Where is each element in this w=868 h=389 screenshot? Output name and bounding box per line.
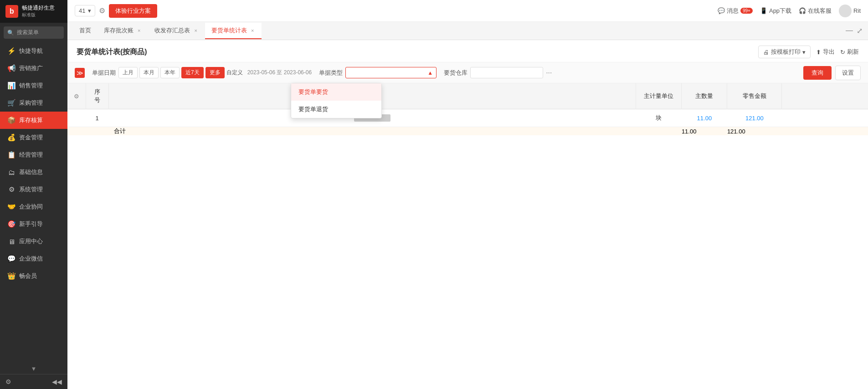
sidebar-item-quick-nav[interactable]: ⚡ 快捷导航 <box>0 42 67 60</box>
user-profile[interactable]: Rit <box>839 5 861 17</box>
export-label: 导出 <box>823 48 835 56</box>
sidebar-item-label: 企业微信 <box>19 255 43 263</box>
sidebar-bottom: ⚙ ◀◀ <box>0 374 67 389</box>
sidebar-item-app-center[interactable]: 🖥 应用中心 <box>0 233 67 250</box>
filter-bar: ≫ 单据日期 上月 本月 本年 近7天 更多 自定义 2023-05-06 至 … <box>67 62 868 83</box>
dropdown-item-order-goods[interactable]: 要货单要货 <box>291 83 381 101</box>
type-chevron-up-icon[interactable]: ▲ <box>427 70 433 76</box>
tab-close-inventory-batch[interactable]: × <box>136 27 142 34</box>
sidebar-item-finance[interactable]: 💰 资金管理 <box>0 129 67 146</box>
sidebar-item-label: 采购管理 <box>19 99 43 107</box>
total-extra <box>782 127 868 136</box>
total-label: 合计 <box>108 127 636 136</box>
warehouse-filter-label: 要货仓库 <box>444 69 467 77</box>
user-avatar <box>839 5 852 17</box>
total-qty: 11.00 <box>682 127 727 136</box>
date-opt-this-year[interactable]: 本年 <box>160 67 180 78</box>
app-logo-icon: b <box>5 5 18 18</box>
sidebar-search[interactable]: 🔍 搜索菜单 <box>4 26 64 39</box>
date-opt-7days[interactable]: 近7天 <box>181 67 204 78</box>
date-custom-option[interactable]: 自定义 <box>226 69 243 77</box>
printer-icon: 🖨 <box>763 49 769 56</box>
topbar-settings-icon[interactable]: ⚙ <box>99 6 105 15</box>
trial-button[interactable]: 体验行业方案 <box>109 4 157 18</box>
sidebar-item-system[interactable]: ⚙ 系统管理 <box>0 181 67 198</box>
sidebar-item-inventory[interactable]: 📦 库存核算 <box>0 112 67 129</box>
dropdown-item-order-return[interactable]: 要货单退货 <box>291 101 381 118</box>
print-button[interactable]: 🖨 按模板打印 ▾ <box>758 46 811 58</box>
sidebar-item-purchase[interactable]: 🛒 采购管理 <box>0 94 67 112</box>
col-header-extra <box>782 83 868 109</box>
qty-link[interactable]: 11.00 <box>697 115 712 122</box>
sidebar-item-label: 系统管理 <box>19 185 43 194</box>
sidebar-item-basic[interactable]: 🗂 基础信息 <box>0 164 67 181</box>
member-icon: 👑 <box>7 272 15 280</box>
guide-icon: 🎯 <box>7 220 15 228</box>
tab-minimize-icon[interactable]: — <box>846 26 853 35</box>
date-range-display: 2023-05-06 至 2023-06-06 <box>247 69 312 77</box>
app-download-action[interactable]: 📱 App下载 <box>760 7 791 15</box>
message-action[interactable]: 💬 消息 99+ <box>718 7 753 15</box>
type-filter-input[interactable] <box>345 67 437 78</box>
chevron-down-icon: ▾ <box>802 49 806 56</box>
settings-button[interactable]: ⚙ <box>5 378 11 385</box>
message-label: 消息 <box>727 7 739 15</box>
sidebar-item-enterprise[interactable]: 🤝 企业协同 <box>0 198 67 215</box>
collapse-button[interactable]: ◀◀ <box>52 378 62 385</box>
company-selector[interactable]: 41 ▾ <box>75 5 95 16</box>
marketing-icon: 📢 <box>7 64 15 72</box>
finance-icon: 💰 <box>7 133 15 142</box>
system-icon: ⚙ <box>7 185 15 194</box>
tab-close-receive-summary[interactable]: × <box>193 27 198 34</box>
sidebar-item-operation[interactable]: 📋 经营管理 <box>0 146 67 164</box>
query-button[interactable]: 查询 <box>803 66 832 80</box>
company-name: 41 <box>79 7 85 14</box>
tab-receive-summary[interactable]: 收发存汇总表 × <box>148 23 205 39</box>
sidebar-item-member[interactable]: 👑 畅会员 <box>0 267 67 285</box>
amount-link[interactable]: 121.00 <box>745 115 764 122</box>
sidebar-item-sales[interactable]: 📊 销售管理 <box>0 77 67 94</box>
date-filter-group: 单据日期 上月 本月 本年 近7天 更多 自定义 2023-05-06 至 20… <box>92 67 312 78</box>
app-download-label: App下载 <box>769 7 791 15</box>
tab-inventory-batch[interactable]: 库存批次账 × <box>98 23 148 39</box>
topbar: 41 ▾ ⚙ 体验行业方案 💬 消息 99+ 📱 App下载 🎧 在线客服 <box>67 0 868 22</box>
tab-home[interactable]: 首页 <box>73 23 98 39</box>
online-service-action[interactable]: 🎧 在线客服 <box>799 7 832 15</box>
export-button[interactable]: ⬆ 导出 <box>816 48 835 56</box>
date-opt-this-month[interactable]: 本月 <box>139 67 159 78</box>
col-header-settings[interactable]: ⚙ <box>67 83 86 109</box>
sidebar-item-marketing[interactable]: 📢 营销推广 <box>0 60 67 77</box>
chevron-down-icon: ▾ <box>88 7 91 14</box>
tab-label: 收发存汇总表 <box>154 26 190 35</box>
tab-expand-icon[interactable]: ⤢ <box>857 26 863 35</box>
refresh-button[interactable]: ↻ 刷新 <box>840 48 859 56</box>
logo-text-group: 畅捷通好生意 标准版 <box>22 5 55 18</box>
tab-close-order-stat[interactable]: × <box>250 27 255 34</box>
data-table-wrap: ⚙ 序号 商品 主计量单位 主数量 零售金额 1 <box>67 83 868 389</box>
tab-order-stat[interactable]: 要货单统计表 × <box>205 23 262 39</box>
col-header-amount: 零售金额 <box>727 83 782 109</box>
sidebar-item-wechat[interactable]: 💬 企业微信 <box>0 250 67 267</box>
sidebar-item-label: 新手引导 <box>19 220 43 228</box>
cell-qty: 11.00 <box>682 109 727 127</box>
filter-expand-button[interactable]: ≫ <box>75 68 85 78</box>
settings-button[interactable]: 设置 <box>835 66 861 80</box>
topbar-right: 💬 消息 99+ 📱 App下载 🎧 在线客服 Rit <box>718 5 861 17</box>
page-header: 要货单统计表(按商品) 🖨 按模板打印 ▾ ⬆ 导出 ↻ 刷新 <box>67 40 868 62</box>
headset-icon: 🎧 <box>799 7 806 14</box>
inventory-icon: 📦 <box>7 116 15 124</box>
cell-extra <box>782 109 868 127</box>
warehouse-filter-input[interactable] <box>470 67 543 78</box>
warehouse-filter-group: 要货仓库 ··· <box>444 67 552 78</box>
sidebar: b 畅捷通好生意 标准版 🔍 搜索菜单 ⚡ 快捷导航 📢 营销推广 📊 销售管理… <box>0 0 67 389</box>
sidebar-item-guide[interactable]: 🎯 新手引导 <box>0 215 67 233</box>
date-opt-up-month[interactable]: 上月 <box>118 67 138 78</box>
page-actions: 🖨 按模板打印 ▾ ⬆ 导出 ↻ 刷新 <box>758 46 859 58</box>
date-opt-more[interactable]: 更多 <box>205 67 225 78</box>
sidebar-item-label: 快捷导航 <box>19 47 43 55</box>
type-dropdown: 要货单要货 要货单退货 <box>291 83 382 118</box>
sidebar-scroll-down[interactable]: ▼ <box>0 363 67 374</box>
cell-settings <box>67 109 86 127</box>
export-icon: ⬆ <box>816 49 821 56</box>
warehouse-more-icon[interactable]: ··· <box>546 69 552 77</box>
